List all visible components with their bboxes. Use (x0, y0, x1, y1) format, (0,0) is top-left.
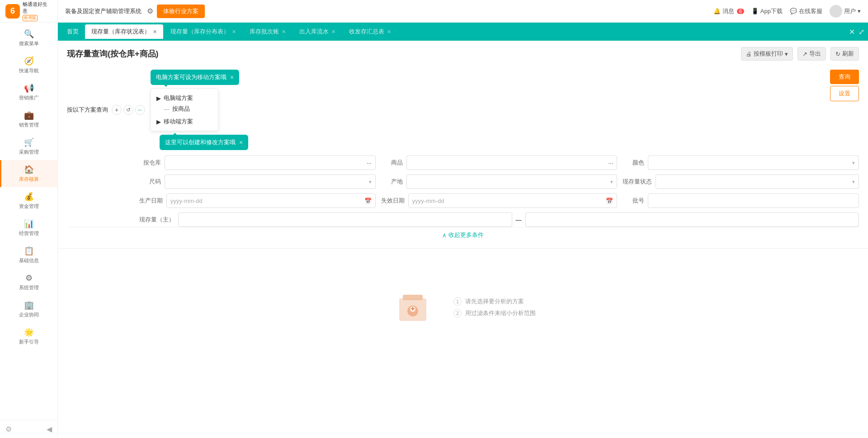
tab-inventory-dist[interactable]: 现存量（库存分布表） ✕ (164, 24, 242, 39)
sidebar-item-finance[interactable]: 💰 资金管理 (0, 187, 57, 214)
main-area: 装备及固定资产辅助管理系统 ⚙ 体验行业方案 🔔 消息 6 📱 App下载 💬 … (58, 0, 868, 438)
set-button[interactable]: 设置 (830, 86, 859, 101)
origin-select[interactable]: ▾ (406, 174, 618, 189)
filter-product: 商品 ··· (381, 155, 618, 170)
origin-label: 产地 (381, 178, 403, 186)
service-icon: 💬 (790, 8, 797, 14)
color-select[interactable]: ▾ (648, 155, 859, 170)
reset-scheme-button[interactable]: ↺ (123, 105, 133, 115)
empty-text: 1 请先选择要分析的方案 2 用过滤条件来缩小分析范围 (453, 297, 536, 317)
tab-batch[interactable]: 库存批次账 ✕ (243, 24, 292, 39)
origin-chevron-icon: ▾ (610, 179, 613, 185)
sidebar-item-purchase[interactable]: 🛒 采购管理 (0, 133, 57, 160)
filter-warehouse: 按仓库 ··· (139, 155, 376, 170)
inventory-icon: 🏠 (24, 165, 34, 174)
expiry-date-input[interactable]: yyyy-mm-dd 📅 (408, 193, 618, 208)
tooltip2-wrap: 这里可以创建和修改方案哦 × (160, 135, 248, 150)
sidebar-label-operations: 经营管理 (19, 230, 39, 237)
scheme-pc[interactable]: ▶ 电脑端方案 (156, 93, 212, 104)
stock-main-label: 现存量（主） (139, 216, 175, 224)
tab-close-inventory-status[interactable]: ✕ (153, 29, 157, 35)
scheme-mobile-arrow: ▶ (156, 118, 161, 125)
sidebar-item-guide[interactable]: 🌟 新手引导 (0, 323, 57, 350)
scheme-pc-item1[interactable]: — 按商品 (164, 104, 212, 114)
tooltip-pc-to-mobile: 电脑方案可设为移动方案哦 × (151, 70, 239, 85)
size-select[interactable]: ▾ (165, 174, 376, 189)
tab-close-collect[interactable]: ✕ (387, 29, 391, 35)
stock-state-chevron-icon: ▾ (852, 179, 855, 185)
topbar: 装备及固定资产辅助管理系统 ⚙ 体验行业方案 🔔 消息 6 📱 App下载 💬 … (58, 0, 868, 23)
scheme-tree: ▶ 电脑端方案 — 按商品 ▶ 移动端方案 (151, 89, 218, 131)
system-title: 装备及固定资产辅助管理系统 (65, 7, 142, 15)
tooltip1-text: 电脑方案可设为移动方案哦 (156, 73, 226, 81)
stock-main-to-input[interactable] (525, 212, 859, 227)
production-date-input[interactable]: yyyy-mm-dd 📅 (166, 193, 376, 208)
search-button[interactable]: 查询 (830, 70, 859, 84)
star-icon: 🌟 (24, 327, 34, 337)
tab-home[interactable]: 首页 (61, 24, 84, 39)
topbar-settings-icon[interactable]: ⚙ (147, 7, 153, 15)
tooltip1-close-button[interactable]: × (230, 74, 234, 81)
sidebar-item-operations[interactable]: 📊 经营管理 (0, 214, 57, 241)
batch-input[interactable] (648, 193, 859, 208)
sidebar-item-marketing[interactable]: 📢 营销推广 (0, 79, 57, 106)
svg-rect-1 (403, 295, 423, 300)
sidebar-label-inventory: 库存核算 (19, 176, 39, 183)
tab-close-all-icon[interactable]: ✕ (849, 28, 855, 36)
export-button[interactable]: ↗ 导出 (797, 47, 826, 61)
topbar-left: 装备及固定资产辅助管理系统 ⚙ 体验行业方案 (65, 5, 205, 18)
tab-expand-icon[interactable]: ⤢ (859, 28, 864, 36)
tab-close-inventory-dist[interactable]: ✕ (232, 29, 236, 35)
stock-main-from-input[interactable] (178, 212, 512, 227)
warehouse-label: 按仓库 (139, 159, 161, 167)
sidebar-item-enterprise[interactable]: 🏢 企业协同 (0, 296, 57, 323)
filter-row-2: 尺码 ▾ 产地 ▾ 现存量状态 (139, 174, 859, 189)
warehouse-select[interactable]: ··· (165, 155, 376, 170)
sidebar-item-system[interactable]: ⚙ 系统管理 (0, 268, 57, 296)
chart-icon: 📊 (24, 219, 34, 229)
scheme-mobile-label: 移动端方案 (164, 118, 193, 126)
filter-row-1: 按仓库 ··· 商品 ··· 颜色 (139, 155, 859, 170)
refresh-button[interactable]: ↻ 刷新 (830, 47, 859, 61)
sidebar-item-sales[interactable]: 💼 销售管理 (0, 106, 57, 133)
sidebar-item-basic[interactable]: 📋 基础信息 (0, 241, 57, 268)
page-actions: 🖨 按模板打印 ▾ ↗ 导出 ↻ 刷新 (741, 47, 859, 61)
sidebar-item-search[interactable]: 🔍 搜索菜单 (0, 24, 57, 52)
tooltip2-close-button[interactable]: × (239, 139, 243, 146)
gear-icon: ⚙ (25, 273, 33, 283)
message-button[interactable]: 🔔 消息 6 (713, 7, 744, 15)
add-scheme-button[interactable]: + (112, 105, 122, 115)
user-menu-button[interactable]: 用户 ▾ (830, 5, 861, 18)
tab-inout[interactable]: 出入库流水 ✕ (293, 24, 342, 39)
step2-num: 2 (453, 309, 462, 317)
empty-step2: 2 用过滤条件来缩小分析范围 (453, 309, 536, 317)
product-select[interactable]: ··· (406, 155, 618, 170)
step1-text: 请先选择要分析的方案 (465, 297, 524, 306)
print-button[interactable]: 🖨 按模板打印 ▾ (741, 47, 793, 61)
sidebar-item-inventory[interactable]: 🏠 库存核算 (0, 160, 57, 187)
empty-illustration (390, 285, 435, 330)
message-badge: 6 (737, 9, 744, 14)
expiry-date-label: 失效日期 (381, 197, 405, 205)
page-title: 现存量查询(按仓库+商品) (67, 48, 159, 59)
empty-step1: 1 请先选择要分析的方案 (453, 297, 536, 306)
experience-button[interactable]: 体验行业方案 (157, 5, 205, 18)
tab-close-inout[interactable]: ✕ (331, 29, 335, 35)
arrow-scheme-button[interactable]: ← (135, 105, 145, 115)
stock-state-select[interactable]: ▾ (656, 174, 859, 189)
collapse-bar[interactable]: ∧ 收起更多条件 (67, 227, 859, 243)
app-download-button[interactable]: 📱 App下载 (751, 7, 783, 15)
settings-bottom-icon[interactable]: ⚙ (5, 425, 12, 433)
tab-collect[interactable]: 收发存汇总表 ✕ (343, 24, 397, 39)
tab-inventory-status[interactable]: 现存量（库存状况表） ✕ (85, 24, 163, 39)
printer-icon: 🖨 (746, 51, 752, 57)
online-service-button[interactable]: 💬 在线客服 (790, 7, 822, 15)
tabbar-right: ✕ ⤢ (849, 28, 864, 36)
filter-size: 尺码 ▾ (139, 174, 376, 189)
scheme-mobile[interactable]: ▶ 移动端方案 (156, 116, 212, 127)
sidebar-item-quick[interactable]: 🧭 快速导航 (0, 52, 57, 79)
tab-close-batch[interactable]: ✕ (282, 29, 286, 35)
sidebar-label-finance: 资金管理 (19, 203, 39, 210)
collapse-sidebar-icon[interactable]: ◀ (47, 425, 52, 433)
size-label: 尺码 (139, 178, 161, 186)
